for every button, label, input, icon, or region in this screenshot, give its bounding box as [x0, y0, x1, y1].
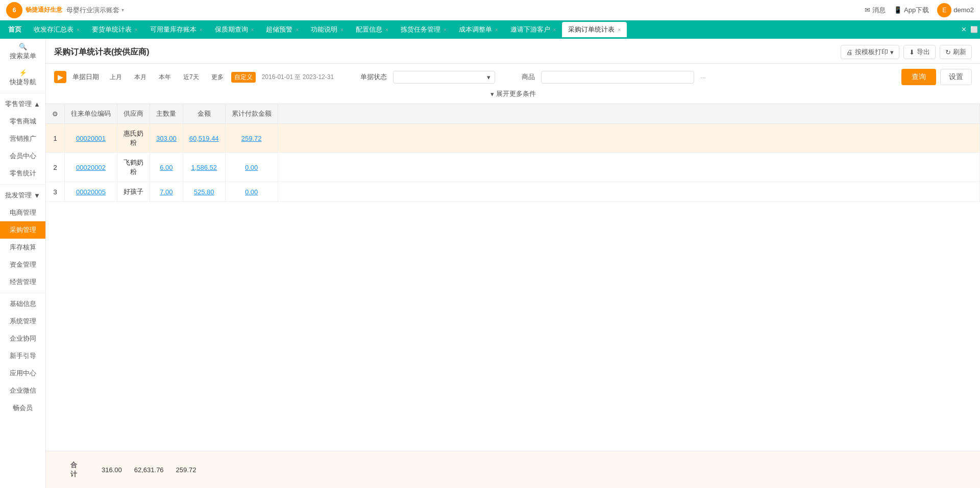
sidebar-item-new-guide[interactable]: 新手引导 [0, 347, 45, 365]
close-icon[interactable]: × [77, 27, 80, 33]
footer-empty-1 [52, 456, 64, 483]
chevron-up-icon: ▲ [34, 100, 40, 108]
row-main-qty[interactable]: 7.00 [150, 182, 183, 202]
sidebar-item-search[interactable]: 🔍 搜索菜单 [0, 39, 45, 65]
row-cumulative-payment[interactable]: 0.00 [225, 182, 278, 202]
sidebar-divider-3 [0, 293, 45, 293]
sidebar-item-marketing[interactable]: 营销推广 [0, 130, 45, 147]
row-main-qty[interactable]: 303.00 [150, 124, 183, 153]
date-btn-7days[interactable]: 近7天 [179, 71, 204, 83]
close-icon[interactable]: × [495, 27, 498, 33]
date-btn-more[interactable]: 更多 [207, 71, 228, 83]
tab-cost-label: 成本调整单 [459, 25, 492, 34]
tab-config-info[interactable]: 配置信息 × [350, 22, 395, 37]
date-btn-this-year[interactable]: 本年 [154, 71, 176, 83]
close-icon[interactable]: × [296, 27, 299, 33]
sidebar-item-members[interactable]: 畅会员 [0, 399, 45, 417]
settings-button[interactable]: 设置 [940, 69, 972, 85]
close-icon[interactable]: × [444, 27, 447, 33]
col-settings[interactable]: ⚙ [46, 104, 65, 124]
tab-overstock-label: 超储预警 [266, 25, 292, 34]
app-download-button[interactable]: 📱 App下载 [894, 6, 929, 15]
sidebar-item-finance[interactable]: 资金管理 [0, 256, 45, 273]
close-icon[interactable]: × [553, 27, 556, 33]
sidebar-item-ecommerce[interactable]: 电商管理 [0, 204, 45, 221]
workspace-selector[interactable]: 母婴行业演示账套 ▾ [66, 6, 124, 15]
sidebar-item-purchase[interactable]: 采购管理 [0, 221, 45, 239]
filter-toggle-button[interactable]: ▶ [54, 71, 66, 83]
table-row[interactable]: 3 00020005 好孩子 7.00 525.80 0.00 [46, 182, 980, 202]
tab-receive-summary[interactable]: 收发存汇总表 × [28, 22, 86, 37]
row-unit-code[interactable]: 00020001 [65, 124, 117, 153]
close-icon[interactable]: × [385, 27, 388, 33]
date-custom-badge[interactable]: 自定义 [231, 72, 256, 83]
close-icon[interactable]: × [618, 27, 621, 33]
sidebar-label-ecommerce: 电商管理 [10, 208, 36, 217]
sidebar-item-batch-mgmt[interactable]: 批发管理 ▼ [0, 187, 45, 204]
tab-available-stock[interactable]: 可用量库存账本 × [144, 22, 209, 37]
tab-receive-summary-label: 收发存汇总表 [34, 25, 74, 34]
status-filter-label: 单据状态 [360, 72, 387, 82]
sidebar-item-member[interactable]: 会员中心 [0, 147, 45, 165]
workspace-label: 母婴行业演示账套 [66, 6, 119, 15]
row-cumulative-payment[interactable]: 259.72 [225, 124, 278, 153]
window-maximize-icon[interactable]: ⬜ [970, 26, 978, 33]
row-amount[interactable]: 60,519.44 [183, 124, 225, 153]
sidebar-label-purchase: 采购管理 [10, 225, 36, 235]
window-close-icon[interactable]: × [962, 25, 966, 34]
row-amount[interactable]: 525.80 [183, 182, 225, 202]
tab-function-desc[interactable]: 功能说明 × [305, 22, 350, 37]
sidebar-item-enterprise[interactable]: 企业协同 [0, 330, 45, 347]
table-row[interactable]: 2 00020002 飞鹤奶粉 6.00 1,586.52 0.00 [46, 153, 980, 182]
tab-overstock[interactable]: 超储预警 × [260, 22, 305, 37]
sidebar-item-retail-stats[interactable]: 零售统计 [0, 165, 45, 182]
table-header-row: ⚙ 往来单位编码 供应商 主数量 金额 累计付款金额 [46, 104, 980, 124]
sidebar-item-ops[interactable]: 经营管理 [0, 273, 45, 291]
avatar: E [937, 3, 951, 17]
tab-requisition-summary[interactable]: 要货单统计表 × [86, 22, 144, 37]
expand-more-button[interactable]: ▾ 展开更多条件 [491, 89, 536, 98]
user-profile[interactable]: E demo2 [937, 3, 974, 17]
sidebar-item-basic-info[interactable]: 基础信息 [0, 295, 45, 313]
tab-home[interactable]: 首页 [2, 22, 28, 37]
sidebar-item-inventory[interactable]: 库存核算 [0, 239, 45, 256]
status-select[interactable]: ▾ [393, 71, 495, 84]
row-unit-code[interactable]: 00020002 [65, 153, 117, 182]
export-button[interactable]: ⬇ 导出 [903, 45, 936, 59]
table-row[interactable]: 1 00020001 惠氏奶粉 303.00 60,519.44 259.72 [46, 124, 980, 153]
date-btn-this-month[interactable]: 本月 [130, 71, 151, 83]
sidebar-item-retail[interactable]: 零售管理 ▲ [0, 95, 45, 113]
sidebar-item-sys-mgmt[interactable]: 系统管理 [0, 313, 45, 330]
close-icon[interactable]: × [135, 27, 138, 33]
close-icon[interactable]: × [340, 27, 344, 33]
row-supplier: 飞鹤奶粉 [117, 153, 150, 182]
tab-cost-adjust[interactable]: 成本调整单 × [453, 22, 504, 37]
close-icon[interactable]: × [251, 27, 254, 33]
sidebar-item-retail-shop[interactable]: 零售商城 [0, 113, 45, 130]
messages-button[interactable]: ✉ 消息 [865, 6, 886, 15]
search-button[interactable]: 查询 [901, 69, 936, 85]
row-amount[interactable]: 1,586.52 [183, 153, 225, 182]
chevron-down-icon: ▾ [121, 7, 124, 13]
goods-input[interactable] [541, 71, 694, 84]
tab-available-stock-label: 可用量库存账本 [150, 25, 197, 34]
sidebar-label-finance: 资金管理 [10, 260, 36, 269]
date-btn-last-month[interactable]: 上月 [105, 71, 127, 83]
more-icon[interactable]: ··· [700, 73, 706, 81]
template-print-button[interactable]: 🖨 按模板打印 ▾ [841, 45, 899, 59]
tab-invite-downstream[interactable]: 邀请下游客户 × [504, 22, 562, 37]
tab-picking-task[interactable]: 拣货任务管理 × [395, 22, 453, 37]
tab-purchase-summary[interactable]: 采购订单统计表 × [562, 22, 627, 37]
footer-row: 合计 316.00 62,631.76 259.72 [52, 456, 974, 483]
export-label: 导出 [917, 47, 930, 57]
sidebar-item-enterprise-wechat[interactable]: 企业微信 [0, 382, 45, 399]
tab-expiry-query[interactable]: 保质期查询 × [209, 22, 260, 37]
close-icon[interactable]: × [200, 27, 203, 33]
row-cumulative-payment[interactable]: 0.00 [225, 153, 278, 182]
tab-function-label: 功能说明 [311, 25, 337, 34]
sidebar-item-app-center[interactable]: 应用中心 [0, 365, 45, 382]
sidebar-item-quick-nav[interactable]: ⚡ 快捷导航 [0, 65, 45, 91]
row-main-qty[interactable]: 6.00 [150, 153, 183, 182]
refresh-button[interactable]: ↻ 刷新 [940, 45, 972, 59]
row-unit-code[interactable]: 00020005 [65, 182, 117, 202]
